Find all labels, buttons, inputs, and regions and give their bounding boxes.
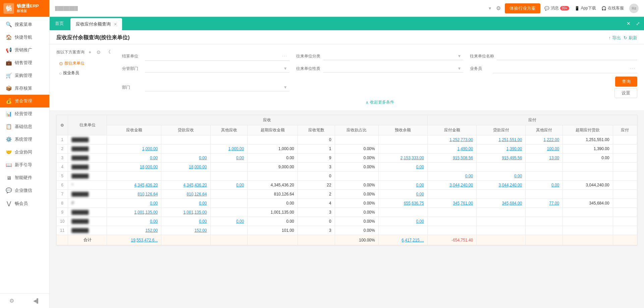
settlement-unit-input[interactable]: ···	[145, 52, 289, 61]
department-input[interactable]: ▼	[145, 84, 289, 91]
sidebar-item-quick-nav[interactable]: 🏠 快捷导航	[0, 31, 49, 44]
query-button[interactable]: 查询	[615, 77, 637, 87]
sidebar-item-base[interactable]: 📋 基础信息	[0, 120, 49, 133]
unit-nature-arrow[interactable]: ▼	[457, 66, 461, 71]
col-ap-col: 应付	[613, 125, 637, 135]
unit-category-arrow[interactable]: ▼	[457, 54, 461, 58]
department-arrow[interactable]: ▼	[283, 85, 287, 90]
sidebar-item-guide[interactable]: 📖 新手引导	[0, 159, 49, 171]
sidebar-item-member[interactable]: ⋁ 畅会员	[0, 197, 49, 210]
sidebar-item-purchase[interactable]: 🛒 采购管理	[0, 69, 49, 82]
sidebar-item-operations[interactable]: 📊 经营管理	[0, 107, 49, 120]
col-receivable-group: 应收	[107, 115, 428, 125]
col-settings-header[interactable]: ⚙	[57, 115, 68, 135]
partner-cell: ██████	[68, 144, 107, 153]
partner-cell: ██████	[68, 190, 107, 199]
settlement-unit-dots[interactable]: ···	[282, 53, 287, 59]
top-header: ████████ ▼ ⚙ 体验行业方案 💬 消息 99+ 📱 App下载 🎧 在…	[50, 0, 644, 17]
total-row: 合计 19,553,472.6... 100.00% 6,417,215....…	[57, 235, 637, 245]
scheme-by-staff[interactable]: ○ 按业务员	[56, 69, 117, 77]
col-settings-icon[interactable]: ⚙	[60, 123, 64, 128]
salesperson-dots[interactable]: ···	[630, 65, 635, 72]
header-gear-icon[interactable]: ⚙	[496, 5, 501, 11]
sidebar-item-wechat[interactable]: 💬 企业微信	[0, 184, 49, 197]
logo-icon: 畅	[3, 3, 14, 14]
table-row: 11██████152.00152.00101.0030.00%	[57, 226, 637, 235]
header-actions: 💬 消息 99+ 📱 App下载 🎧 在线客服 Rit	[544, 4, 639, 13]
collab-icon: 🤝	[5, 149, 12, 155]
main-content: 应收应付余额查询(按往来单位) ↑ 导出 ↻ 刷新 按以下方案查询 + ⊙ 《	[50, 30, 644, 308]
table-row: 7██████810,126.64810,126.64810,126.6420.…	[57, 190, 637, 199]
total-settings-cell	[57, 235, 68, 245]
col-ar-count: 应收笔数	[298, 125, 335, 135]
dropdown-arrow-icon[interactable]: ▼	[488, 6, 492, 11]
tab-close-window-btn[interactable]: ✕	[625, 19, 632, 28]
collapse-footer-btn[interactable]: ◀▌	[31, 297, 42, 305]
header-breadcrumb: ████████	[55, 6, 484, 11]
col-ap-loan: 贷款应付	[477, 125, 526, 135]
filter-fields: 结算单位 ··· 往来单位分类 ▼ 往来单位	[122, 48, 637, 106]
filter-collapse-btn[interactable]: ∧ 收起更多条件	[122, 98, 637, 106]
table-row: 5██████00.000.00	[57, 172, 637, 181]
collapse-scheme-btn[interactable]: 《	[105, 48, 112, 56]
sidebar-item-collab[interactable]: 🤝 企业协同	[0, 146, 49, 159]
collapse-arrow-icon: ∧	[366, 100, 369, 105]
finance-icon: 💰	[5, 98, 12, 104]
scheme-by-unit[interactable]: ⊙ 按往来单位	[56, 59, 117, 68]
refresh-button[interactable]: ↻ 刷新	[624, 35, 637, 41]
message-icon: 💬	[544, 6, 549, 11]
user-avatar[interactable]: Rit	[629, 4, 639, 13]
unit-category-input[interactable]: ▼	[323, 52, 464, 60]
filter-salesperson: 业务员 ···	[470, 64, 637, 73]
sidebar-item-finance[interactable]: 💰 资金管理	[0, 95, 49, 107]
unit-nature-input[interactable]: ▼	[323, 65, 464, 73]
partner-cell: ██████	[68, 217, 107, 226]
unit-name-input[interactable]	[497, 52, 637, 60]
sidebar-item-system[interactable]: ⚙️ 系统管理	[0, 133, 49, 146]
total-ap-amount: -654,751.40	[427, 235, 476, 245]
guide-icon: 📖	[5, 162, 12, 168]
app-download-btn[interactable]: 📱 App下载	[575, 5, 596, 11]
scheme-unit-label: 按往来单位	[64, 60, 85, 66]
sidebar-item-hardware[interactable]: 🖥 智能硬件	[0, 171, 49, 184]
salesperson-input[interactable]: ···	[493, 64, 637, 73]
tab-balance-query[interactable]: 应收应付余额查询 ×	[70, 18, 122, 30]
sidebar-item-label: 资金管理	[15, 98, 32, 104]
settings-button[interactable]: 设置	[614, 88, 637, 98]
service-icon: 🎧	[601, 6, 606, 11]
tab-close-icon[interactable]: ×	[114, 21, 117, 27]
tab-home[interactable]: 首页	[50, 17, 69, 30]
export-button[interactable]: ↑ 导出	[609, 35, 621, 41]
dept-manager-arrow[interactable]: ▼	[283, 66, 287, 71]
dept-manager-label: 分管部门	[122, 66, 142, 72]
message-btn[interactable]: 💬 消息 99+	[544, 5, 569, 11]
partner-cell: ^	[68, 181, 107, 190]
sidebar-item-label: 营销推广	[15, 47, 32, 53]
logo-title: 畅捷通ERP	[17, 3, 39, 9]
sidebar-item-marketing[interactable]: 📢 营销推广	[0, 44, 49, 56]
add-scheme-btn[interactable]: +	[87, 49, 93, 55]
partner-cell: ██████	[68, 163, 107, 172]
sidebar-item-label: 新手引导	[15, 162, 32, 168]
total-ar-amount[interactable]: 19,553,472.6...	[107, 235, 161, 245]
table-row: 6^4,345,436.204,345,436.200.004,345,436.…	[57, 181, 637, 190]
settings-footer-btn[interactable]: ⚙	[7, 296, 17, 305]
table-row: 10██████0.000.000.000.0000.00%0.00	[57, 217, 637, 226]
promo-button[interactable]: 体验行业方案	[505, 3, 540, 13]
sidebar-item-label: 快捷导航	[15, 34, 32, 40]
sidebar-item-sales[interactable]: 💼 销售管理	[0, 56, 49, 69]
partner-cell: P	[68, 199, 107, 208]
total-ap-overdue	[563, 235, 613, 245]
settings-scheme-btn[interactable]: ⊙	[95, 49, 102, 55]
table-row: 1██████01,252,773.001,251,551.001,222.00…	[57, 135, 637, 144]
tab-expand-btn[interactable]: ⤢	[635, 19, 641, 28]
total-ar-prepay[interactable]: 6,417,215....	[378, 235, 427, 245]
service-btn[interactable]: 🎧 在线客服	[601, 5, 624, 11]
table-body: 1██████01,252,773.001,251,551.001,222.00…	[57, 135, 637, 235]
dept-manager-input[interactable]: ▼	[145, 65, 289, 73]
sales-icon: 💼	[5, 60, 12, 66]
sidebar-item-search[interactable]: 🔍 搜索菜单	[0, 18, 49, 31]
sidebar-footer: ⚙ ◀▌	[0, 293, 49, 308]
sidebar-item-inventory[interactable]: 📦 库存核算	[0, 82, 49, 95]
filter-scheme-panel: 按以下方案查询 + ⊙ 《 ⊙ 按往来单位 ○ 按业务员	[56, 48, 117, 77]
